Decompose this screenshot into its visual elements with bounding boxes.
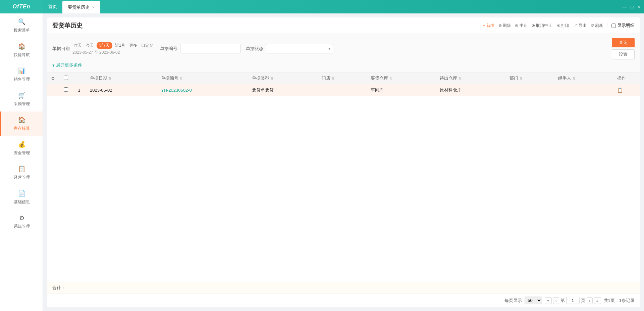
- row-dept: [505, 84, 554, 96]
- date-range-text: 2023-05-27 至 2023-06-02: [72, 50, 155, 55]
- shortcut-7days[interactable]: 近7天: [97, 42, 112, 49]
- stop-button[interactable]: ⊘ 中止: [515, 23, 527, 29]
- shortcut-custom[interactable]: 自定义: [140, 42, 155, 49]
- prev-page-btn[interactable]: ‹: [553, 297, 559, 304]
- filter-area: 单据日期 昨天 今天 近7天 近1月 更多 自定义 2023-05-27 至 2…: [47, 34, 640, 73]
- top-bar: OfTEn 首页 要货单历史 × — □ ×: [0, 0, 644, 13]
- sidebar-item-sales[interactable]: 📊 销售管理: [0, 62, 43, 87]
- inventory-icon: 🏠: [18, 116, 25, 124]
- row-doc-no: YH-20230602-0: [157, 84, 248, 96]
- sort-date-icon: ⇅: [109, 77, 111, 80]
- sort-store-icon: ⇅: [332, 77, 334, 80]
- print-button[interactable]: 🖨 打印: [556, 23, 569, 29]
- top-bar-tabs: 首页 要货单历史 ×: [43, 0, 100, 13]
- sidebar-item-label: 搜索菜单: [14, 28, 30, 33]
- date-shortcuts-row: 昨天 今天 近7天 近1月 更多 自定义: [72, 42, 155, 49]
- date-filter-label: 单据日期: [52, 46, 70, 52]
- sort-dept-icon: ⇅: [520, 77, 522, 80]
- sidebar-item-purchase[interactable]: 🛒 采购管理: [0, 87, 43, 112]
- status-filter-group: 单据状态: [246, 44, 333, 53]
- shortcut-yesterday[interactable]: 昨天: [72, 42, 83, 49]
- sidebar-item-inventory[interactable]: 🏠 库存核算: [0, 112, 43, 136]
- sort-docno-icon: ⇅: [180, 77, 182, 80]
- sidebar-item-basic-info[interactable]: 📄 基础信息: [0, 185, 43, 210]
- sales-icon: 📊: [18, 67, 25, 75]
- col-doc-type[interactable]: 单据类型⇅: [248, 73, 318, 84]
- sidebar-item-search[interactable]: 🔍 搜索菜单: [0, 13, 43, 38]
- cancel-stop-button[interactable]: ⊗ 取消中止: [532, 23, 552, 29]
- sidebar-item-operations[interactable]: 📋 经营管理: [0, 161, 43, 185]
- operations-icon: 📋: [18, 165, 25, 173]
- col-date[interactable]: 单据日期⇅: [86, 73, 157, 84]
- tab-close-icon[interactable]: ×: [92, 5, 95, 10]
- shortcut-more[interactable]: 更多: [128, 42, 139, 49]
- page-title: 要货单历史: [52, 21, 483, 30]
- col-doc-no[interactable]: 单据编号⇅: [157, 73, 248, 84]
- per-page-label: 每页显示: [504, 298, 522, 304]
- next-page-btn[interactable]: ›: [587, 297, 593, 304]
- expand-more-btn[interactable]: ▾ 展开更多条件: [52, 62, 635, 68]
- total-info: 共1页，1条记录: [604, 298, 635, 304]
- window-minimize-btn[interactable]: —: [623, 4, 627, 9]
- per-page-select[interactable]: 50 100 200: [525, 297, 542, 304]
- window-maximize-btn[interactable]: □: [631, 4, 634, 9]
- tab-home[interactable]: 首页: [43, 0, 62, 13]
- doc-no-label: 单据编号: [160, 46, 177, 52]
- status-select[interactable]: [266, 44, 333, 53]
- col-req-warehouse[interactable]: 要货仓库⇅: [367, 73, 436, 84]
- col-store[interactable]: 门店⇅: [318, 73, 366, 84]
- row-actions: 📋 ⋯: [613, 84, 640, 96]
- page-header: 要货单历史 + 新增 ⊖ 删除 ⊘ 中止 ⊗ 取消中止 🖨 打印 ↗ 导出 ↺ …: [47, 17, 640, 34]
- col-handler[interactable]: 经手人⇅: [554, 73, 613, 84]
- add-button[interactable]: + 新增: [483, 23, 494, 29]
- pagination: 每页显示 50 100 200 « ‹ 第 页 › » 共1页，1条记录: [47, 294, 640, 307]
- col-num: [72, 73, 86, 84]
- select-all-checkbox[interactable]: [64, 76, 68, 80]
- status-select-wrapper: [266, 44, 333, 53]
- summary-label: 合计：: [52, 285, 65, 290]
- query-button[interactable]: 查询: [612, 38, 635, 47]
- action-buttons: 查询 设置: [612, 38, 635, 59]
- col-settings[interactable]: ⚙: [47, 73, 59, 84]
- sidebar-item-label: 基础信息: [14, 199, 30, 205]
- row-checkbox[interactable]: [64, 87, 68, 92]
- data-table: ⚙ 单据日期⇅ 单据编号⇅ 单据类型⇅ 门店⇅ 要货仓库⇅ 待出仓库⇅ 部门⇅: [47, 73, 640, 96]
- col-dept[interactable]: 部门⇅: [505, 73, 554, 84]
- expand-more-icon: ▾: [52, 63, 55, 68]
- sort-doctype-icon: ⇅: [271, 77, 273, 80]
- doc-no-link[interactable]: YH-20230602-0: [161, 88, 192, 93]
- sidebar-item-finance[interactable]: 💰 资金管理: [0, 136, 43, 161]
- refresh-button[interactable]: ↺ 刷新: [591, 23, 603, 29]
- export-button[interactable]: ↗ 导出: [573, 23, 586, 29]
- sidebar-item-label: 快捷导航: [14, 52, 30, 58]
- sidebar-item-system[interactable]: ⚙ 系统管理: [0, 210, 43, 234]
- brand-area: OfTEn: [0, 0, 43, 13]
- page-input[interactable]: [566, 297, 580, 304]
- row-num: 1: [72, 84, 86, 96]
- shortcut-1month[interactable]: 近1月: [114, 42, 127, 49]
- table-row[interactable]: 1 2023-06-02 YH-20230602-0 要货单要货 车间库 原材料…: [47, 84, 640, 96]
- display-detail-toggle[interactable]: 显示明细: [611, 23, 635, 29]
- sidebar-item-label: 库存核算: [14, 126, 30, 131]
- first-page-btn[interactable]: «: [545, 297, 552, 304]
- window-close-btn[interactable]: ×: [637, 4, 640, 9]
- sidebar-item-label: 采购管理: [14, 101, 30, 107]
- sidebar-item-quick-nav[interactable]: 🏠 快捷导航: [0, 38, 43, 62]
- tab-active[interactable]: 要货单历史 ×: [62, 1, 100, 14]
- last-page-btn[interactable]: »: [594, 297, 601, 304]
- display-detail-checkbox[interactable]: [611, 24, 616, 28]
- table-body: 1 2023-06-02 YH-20230602-0 要货单要货 车间库 原材料…: [47, 84, 640, 96]
- shortcut-today[interactable]: 今天: [85, 42, 95, 49]
- row-action-buttons: 📋 ⋯: [617, 87, 636, 93]
- filter-row: 单据日期 昨天 今天 近7天 近1月 更多 自定义 2023-05-27 至 2…: [52, 38, 635, 59]
- col-pending-warehouse[interactable]: 待出仓库⇅: [436, 73, 505, 84]
- display-detail-label: 显示明细: [617, 23, 635, 29]
- settings-button[interactable]: 设置: [612, 49, 635, 59]
- doc-no-input[interactable]: [180, 44, 240, 53]
- col-action: 操作: [613, 73, 640, 84]
- row-edit-icon[interactable]: 📋: [617, 87, 623, 93]
- row-more-icon[interactable]: ⋯: [625, 87, 630, 93]
- doc-no-filter-group: 单据编号: [160, 44, 240, 53]
- delete-button[interactable]: ⊖ 删除: [498, 23, 511, 29]
- page-content: 要货单历史 + 新增 ⊖ 删除 ⊘ 中止 ⊗ 取消中止 🖨 打印 ↗ 导出 ↺ …: [47, 17, 640, 307]
